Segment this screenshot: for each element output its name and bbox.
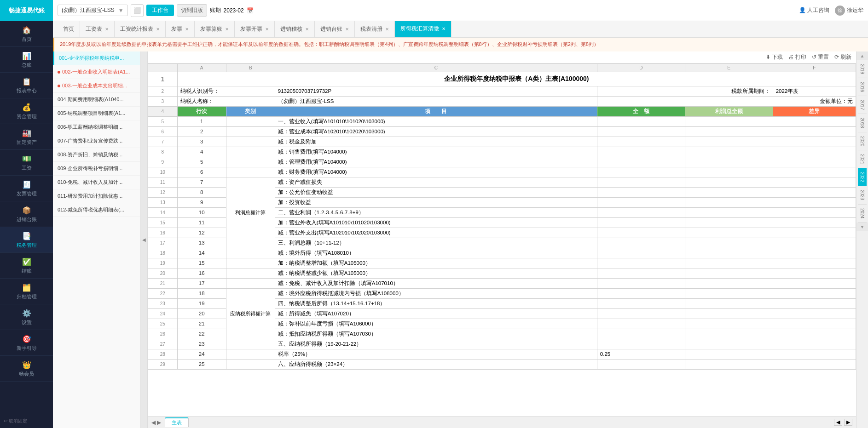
- copy-icon[interactable]: ⬜: [131, 4, 144, 17]
- table-row: 1915加：纳税调整增加额（填写A105000）: [148, 258, 856, 268]
- list-item-008[interactable]: 008-资产折旧、摊销及纳税...: [53, 148, 140, 162]
- year-item-2016[interactable]: 2016: [858, 78, 867, 96]
- sidebar-item-funds[interactable]: 💰 资金管理: [0, 98, 53, 124]
- ledger-icon: 📊: [22, 51, 31, 60]
- year-item-2024[interactable]: 2024: [858, 205, 867, 223]
- print-button[interactable]: 🖨 打印: [788, 53, 806, 61]
- close-tab-tax-list[interactable]: ✕: [385, 27, 389, 32]
- reset-button[interactable]: ↺ 重置: [812, 53, 829, 61]
- year-item-2017[interactable]: 2017: [858, 96, 867, 114]
- main-table: A B C D E F 1 企业所得税年度纳税申报表（A类）主表(A100000…: [148, 63, 856, 370]
- sidebar-item-archive[interactable]: 🗂️ 归档管理: [0, 279, 53, 304]
- user-info[interactable]: 徐 徐运华: [835, 6, 863, 16]
- close-tab-payroll[interactable]: ✕: [105, 27, 109, 32]
- table-row-col-headers: 4 行次 类别 项 目 全 额 利润总全额 差异: [148, 106, 856, 116]
- table-row: 2723五、应纳税所得额（19-20-21-22）: [148, 339, 856, 349]
- list-item-012[interactable]: 012-减免所得税优惠明细表(...: [53, 203, 140, 217]
- close-tab-payroll-stats[interactable]: ✕: [156, 27, 160, 32]
- switch-button[interactable]: 切到旧版: [177, 4, 207, 17]
- tab-payroll[interactable]: 工资表 ✕: [80, 21, 115, 38]
- list-item-006[interactable]: 006-职工薪酬纳税调整明细...: [53, 120, 140, 134]
- year-item-2021[interactable]: 2021: [858, 150, 867, 168]
- close-tab-tax-settle[interactable]: ✕: [442, 26, 446, 31]
- tabbar: 首页 工资表 ✕ 工资统计报表 ✕ 发票 ✕ 发票算账 ✕ 发票开票 ✕ 进销稽…: [53, 21, 868, 38]
- period-label: 账期: [210, 6, 221, 14]
- list-item-009[interactable]: 009-企业所得税补亏损明细...: [53, 162, 140, 176]
- col-header-profit: 利润总全额: [685, 106, 773, 116]
- list-item-002[interactable]: 002-一般企业收入明细表(A1...: [53, 65, 140, 79]
- year-item-2020[interactable]: 2020: [858, 132, 867, 150]
- table-row: 62减：营业成本(填写A102010\102020\103000): [148, 126, 856, 137]
- sidebar-item-ledger[interactable]: 📊 总账: [0, 47, 53, 73]
- sidebar-item-assets[interactable]: 🏭 固定资产: [0, 124, 53, 150]
- close-tab-sales-ledger[interactable]: ✕: [345, 27, 349, 32]
- tab-home[interactable]: 首页: [58, 21, 80, 38]
- tab-sales-audit[interactable]: 进销稽核 ✕: [275, 21, 315, 38]
- sidebar-item-member[interactable]: 👑 畅会员: [0, 356, 53, 382]
- col-index-F: F: [773, 63, 856, 72]
- sheet-content[interactable]: A B C D E F 1 企业所得税年度纳税申报表（A类）主表(A100000…: [148, 63, 856, 416]
- sidebar-item-guide[interactable]: 🎯 新手引导: [0, 330, 53, 356]
- sidebar-item-invoice[interactable]: 🧾 发票管理: [0, 176, 53, 201]
- workbench-button[interactable]: 工作台: [146, 5, 174, 16]
- year-item-2018[interactable]: 2018: [858, 114, 867, 132]
- scroll-left-btn[interactable]: ◀: [834, 419, 842, 426]
- sidebar-item-sales[interactable]: 📦 进销台账: [0, 201, 53, 227]
- list-item-007[interactable]: 007-广告费和业务宣传费跌...: [53, 134, 140, 148]
- scroll-right-btn[interactable]: ▶: [844, 419, 852, 426]
- sidebar-item-reports[interactable]: 📋 报表中心: [0, 73, 53, 98]
- chevron-left-icon: ◀: [142, 237, 146, 242]
- table-row-title: 1 企业所得税年度纳税申报表（A类）主表(A100000): [148, 72, 856, 86]
- panel-collapse-button[interactable]: ◀: [140, 51, 148, 428]
- year-panel: ▲ 2019 2016 2017 2018 2020 2021 2022 202…: [856, 51, 868, 428]
- refresh-button[interactable]: ⟳ 刷新: [834, 53, 851, 61]
- close-tab-invoice[interactable]: ✕: [185, 27, 189, 32]
- tab-payroll-stats[interactable]: 工资统计报表 ✕: [115, 21, 166, 38]
- guide-icon: 🎯: [22, 335, 31, 343]
- sidebar-item-tax[interactable]: 📑 税务管理: [0, 227, 53, 253]
- list-item-005[interactable]: 005-纳税调整项目明细表(A1...: [53, 107, 140, 120]
- year-down-arrow[interactable]: ▼: [856, 223, 868, 231]
- sidebar-item-home[interactable]: 🏠 首页: [0, 21, 53, 47]
- assets-icon: 🏭: [22, 129, 31, 137]
- col-index-B: B: [226, 63, 275, 72]
- sheet-tab-main[interactable]: 主表: [165, 417, 189, 427]
- company-selector[interactable]: (勿删）江西服宝-LSS ▼: [58, 5, 128, 16]
- sidebar-item-close[interactable]: ✅ 结账: [0, 253, 53, 279]
- period-value: 2023-02: [224, 7, 244, 14]
- list-item-011[interactable]: 011-研发费用加计扣除优惠...: [53, 189, 140, 203]
- col-header-diff: 差异: [773, 106, 856, 116]
- list-item-010[interactable]: 010-免税、减计收入及加计...: [53, 176, 140, 189]
- sheet-toolbar: ⬇ 下载 🖨 打印 ↺ 重置 ⟳ 刷新: [148, 51, 856, 63]
- year-item-2023[interactable]: 2023: [858, 186, 867, 204]
- list-item-001[interactable]: 001-企业所得税年度纳税申...: [53, 51, 140, 65]
- close-tab-sales-audit[interactable]: ✕: [305, 27, 309, 32]
- sidebar: 畅捷通易代账 🏠 首页 📊 总账 📋 报表中心 💰 资金管理 🏭 固定资产 💵 …: [0, 0, 53, 428]
- table-row: 2925六、应纳所得税额（23×24）: [148, 359, 856, 369]
- sidebar-item-settings[interactable]: ⚙️ 设置: [0, 304, 53, 330]
- unpin-button[interactable]: ↩ 取消固定: [0, 414, 53, 428]
- list-item-003[interactable]: 003-一般企业成本支出明细...: [53, 79, 140, 93]
- tab-invoice-open[interactable]: 发票开票 ✕: [235, 21, 275, 38]
- tab-tax-settle[interactable]: 所得税汇算清缴 ✕: [395, 21, 451, 38]
- close-tab-invoice-open[interactable]: ✕: [265, 27, 269, 32]
- tax-period-label: 税款所属期间：: [597, 86, 773, 96]
- row-index-1: 1: [148, 72, 178, 86]
- list-item-004[interactable]: 004-期间费用明细表(A1040...: [53, 93, 140, 107]
- support-link[interactable]: 👤 人工咨询: [799, 6, 829, 14]
- sheet-nav-arrows[interactable]: ◀ ▶: [151, 419, 161, 426]
- taxpayer-name-label: 纳税人名称：: [177, 96, 275, 106]
- download-button[interactable]: ⬇ 下载: [766, 53, 783, 61]
- tab-tax-list[interactable]: 税表清册 ✕: [355, 21, 395, 38]
- table-row-taxpayer-name: 3 纳税人名称： （勿删）江西服宝-LSS 金额单位：元: [148, 96, 856, 106]
- tab-invoice[interactable]: 发票 ✕: [166, 21, 195, 38]
- year-item-2022[interactable]: 2022: [858, 168, 867, 186]
- year-item-2019[interactable]: 2019: [858, 60, 867, 78]
- sidebar-item-payroll[interactable]: 💵 工资: [0, 150, 53, 176]
- calendar-icon[interactable]: 📅: [247, 7, 254, 14]
- tab-sales-ledger[interactable]: 进销台账 ✕: [315, 21, 355, 38]
- tab-invoice-calc[interactable]: 发票算账 ✕: [195, 21, 235, 38]
- close-tab-invoice-calc[interactable]: ✕: [225, 27, 229, 32]
- currency-label: 金额单位：元: [773, 96, 856, 106]
- year-up-arrow[interactable]: ▲: [856, 51, 868, 60]
